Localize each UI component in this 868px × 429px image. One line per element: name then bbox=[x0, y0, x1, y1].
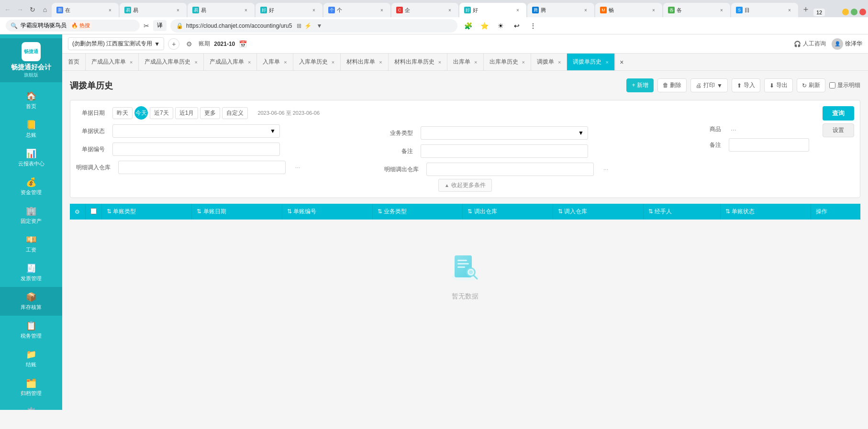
sidebar-item-invoice[interactable]: 🧾 发票管理 bbox=[0, 258, 62, 287]
th-doc-date[interactable]: ⇅ 单账日期 bbox=[192, 204, 282, 220]
bookmark-icon[interactable]: ⭐ bbox=[478, 19, 491, 33]
th-doc-status[interactable]: ⇅ 单账状态 bbox=[721, 204, 811, 220]
th-checkbox[interactable] bbox=[85, 204, 101, 220]
user-info[interactable]: 👤 徐泽华 bbox=[832, 38, 862, 50]
inner-tab-mat-out[interactable]: 材料出库单 × bbox=[341, 54, 388, 71]
filter-goods-dots[interactable]: ··· bbox=[731, 126, 736, 133]
setting-btn[interactable]: 设置 bbox=[823, 123, 854, 137]
th-doc-no[interactable]: ⇅ 单账编号 bbox=[282, 204, 372, 220]
print-btn[interactable]: 🖨 打印 ▼ bbox=[690, 78, 728, 92]
tab-close-icon[interactable]: × bbox=[310, 6, 318, 14]
sidebar-item-inventory[interactable]: 📦 库存核算 bbox=[0, 287, 62, 316]
inner-tab-out-order[interactable]: 出库单 × bbox=[447, 54, 483, 71]
th-doc-type[interactable]: ⇅ 单账类型 bbox=[101, 204, 192, 220]
custom-btn[interactable]: 自定义 bbox=[222, 107, 248, 119]
tab-close-icon[interactable]: × bbox=[242, 6, 250, 14]
sidebar-item-wages[interactable]: 💴 工资 bbox=[0, 230, 62, 258]
inner-tab-transfer-close[interactable]: × bbox=[558, 59, 561, 65]
filter-biztype-select[interactable]: ▼ bbox=[421, 126, 588, 140]
browser-window-close[interactable] bbox=[859, 9, 866, 15]
last7-btn[interactable]: 近7天 bbox=[150, 107, 173, 119]
yesterday-btn[interactable]: 昨天 bbox=[112, 107, 133, 119]
filter-note-input[interactable] bbox=[421, 144, 588, 158]
tab-close-icon[interactable]: × bbox=[786, 6, 793, 14]
browser-tab[interactable]: 腾 腾 × bbox=[527, 3, 594, 17]
th-gear[interactable]: ⚙ bbox=[70, 204, 85, 220]
tab-close-icon[interactable]: × bbox=[106, 6, 114, 14]
tab-close-icon[interactable]: × bbox=[174, 6, 182, 14]
inner-tab-mat-out-hist[interactable]: 材料出库单历史 × bbox=[389, 54, 447, 71]
browser-nav-forward[interactable]: → bbox=[14, 4, 26, 15]
filter-detail-in-dots[interactable]: ··· bbox=[295, 164, 300, 171]
inner-tab-prod-in2-close[interactable]: × bbox=[248, 59, 251, 65]
query-btn[interactable]: 查询 bbox=[823, 106, 854, 121]
inner-tab-out-hist[interactable]: 出库单历史 × bbox=[484, 54, 531, 71]
inner-tab-transfer-hist-close[interactable]: × bbox=[605, 59, 608, 65]
inner-tab-prod-in2[interactable]: 产成品入库单 × bbox=[204, 54, 257, 71]
display-checkbox[interactable] bbox=[829, 82, 835, 88]
browser-tab[interactable]: 易 易 × bbox=[188, 3, 255, 17]
sidebar-item-settle[interactable]: 📁 结账 bbox=[0, 344, 62, 373]
th-transfer-out[interactable]: ⇅ 调出仓库 bbox=[463, 204, 553, 220]
sidebar-item-tax[interactable]: 📋 税务管理 bbox=[0, 316, 62, 344]
inner-tab-in-hist-close[interactable]: × bbox=[332, 59, 334, 65]
inner-tab-transfer-hist[interactable]: 调拨单历史 × bbox=[567, 54, 614, 71]
sidebar-item-fund[interactable]: 💰 资金管理 bbox=[0, 172, 62, 201]
calendar-icon[interactable]: 📅 bbox=[239, 40, 247, 48]
browser-tab-active[interactable]: 好 好 × bbox=[459, 3, 526, 17]
chevron-down-icon[interactable]: ▼ bbox=[316, 22, 322, 29]
browser-nav-refresh[interactable]: ↻ bbox=[27, 4, 38, 15]
tab-close-icon[interactable]: × bbox=[378, 6, 386, 14]
inner-tab-prod-in[interactable]: 产成品入库单 × bbox=[86, 54, 139, 71]
inner-tab-in-order-close[interactable]: × bbox=[284, 59, 287, 65]
inner-tab-in-order[interactable]: 入库单 × bbox=[257, 54, 293, 71]
inner-tab-prod-in-close[interactable]: × bbox=[130, 59, 133, 65]
filter-docno-input[interactable] bbox=[112, 143, 280, 156]
tab-close-icon[interactable]: × bbox=[718, 6, 725, 14]
browser-tab[interactable]: 好 好 × bbox=[256, 3, 323, 17]
tab-close-icon[interactable]: × bbox=[446, 6, 454, 14]
tab-close-icon[interactable]: × bbox=[650, 6, 657, 14]
collapse-btn[interactable]: ▲ 收起更多条件 bbox=[438, 179, 492, 192]
select-all-checkbox[interactable] bbox=[90, 208, 97, 214]
translate-btn[interactable]: 译 bbox=[153, 20, 167, 31]
inner-tab-mat-out-close[interactable]: × bbox=[379, 59, 382, 65]
browser-tab[interactable]: 各 各 × bbox=[663, 3, 730, 17]
filter-detail-in-input[interactable] bbox=[118, 161, 286, 174]
theme-icon[interactable]: ☀ bbox=[494, 19, 507, 33]
service-btn[interactable]: 🎧 人工咨询 bbox=[794, 40, 826, 48]
sidebar-item-basic[interactable]: ⚙️ 基础设置 bbox=[0, 402, 62, 410]
display-toggle[interactable]: 显示明细 bbox=[829, 81, 860, 89]
browser-tab[interactable]: C 企 × bbox=[391, 3, 458, 17]
menu-icon[interactable]: ⋮ bbox=[526, 19, 540, 33]
sidebar-item-report[interactable]: 📊 云报表中心 bbox=[0, 143, 62, 172]
inner-tab-home[interactable]: 首页 bbox=[62, 54, 86, 71]
inner-tab-out-hist-close[interactable]: × bbox=[522, 59, 525, 65]
scissors-icon[interactable]: ✂ bbox=[144, 22, 149, 30]
lastmonth-btn[interactable]: 近1月 bbox=[175, 107, 199, 119]
browser-tab[interactable]: S 目 × bbox=[731, 3, 798, 17]
delete-btn[interactable]: 🗑 删除 bbox=[657, 78, 687, 92]
browser-tab[interactable]: M 畅 × bbox=[595, 3, 662, 17]
settings-btn[interactable]: ⚙ bbox=[183, 38, 195, 50]
browser-new-tab[interactable]: + bbox=[799, 3, 812, 16]
th-handler[interactable]: ⇅ 经手人 bbox=[643, 204, 720, 220]
filter-detail-out-dots[interactable]: ··· bbox=[603, 166, 608, 173]
filter-status-select[interactable]: ▼ bbox=[112, 124, 280, 138]
th-biz-type[interactable]: ⇅ 业务类型 bbox=[372, 204, 463, 220]
browser-nav-home[interactable]: ⌂ bbox=[39, 4, 51, 15]
inner-tab-prod-in-hist[interactable]: 产成品入库单历史 × bbox=[139, 54, 203, 71]
import-btn[interactable]: ⬆ 导入 bbox=[732, 78, 760, 92]
extensions-icon[interactable]: 🧩 bbox=[461, 19, 475, 33]
address-input[interactable]: 🔒 https://cloud.chanjet.com/accounting/u… bbox=[170, 19, 457, 33]
filter-note2-input[interactable] bbox=[729, 138, 809, 152]
inner-tab-out-order-close[interactable]: × bbox=[474, 59, 477, 65]
export-btn[interactable]: ⬇ 导出 bbox=[764, 78, 793, 92]
tab-close-icon[interactable]: × bbox=[514, 6, 522, 14]
browser-tab[interactable]: 新 在 × bbox=[52, 3, 119, 17]
th-transfer-in[interactable]: ⇅ 调入仓库 bbox=[553, 204, 644, 220]
tab-close-icon[interactable]: × bbox=[582, 6, 590, 14]
sidebar-item-home[interactable]: 🏠 首页 bbox=[0, 86, 62, 115]
inner-tab-prod-in-hist-close[interactable]: × bbox=[194, 59, 197, 65]
sidebar-item-ledger[interactable]: 📒 总账 bbox=[0, 115, 62, 143]
